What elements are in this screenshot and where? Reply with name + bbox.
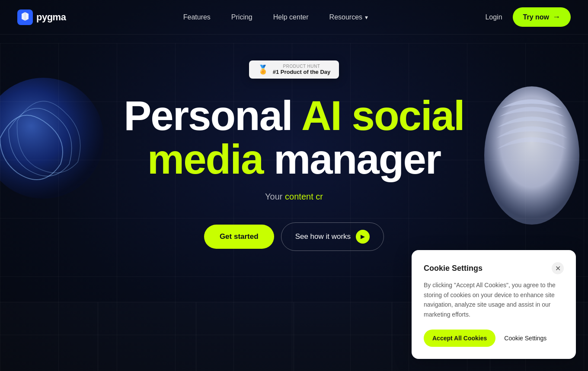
hero-title: Personal AI social media manager — [0, 94, 588, 181]
get-started-button[interactable]: Get started — [204, 225, 274, 249]
logo-icon — [17, 10, 33, 25]
badge-small-text: PRODUCT HUNT — [273, 64, 331, 69]
logo[interactable]: pygma — [17, 10, 66, 25]
navbar: pygma Features Pricing Help center Resou… — [0, 0, 588, 35]
hero-subtitle: Your content cr — [0, 192, 588, 202]
try-now-button[interactable]: Try now → — [513, 7, 571, 27]
medal-icon: 🏅 — [258, 64, 268, 75]
badge-main-text: #1 Product of the Day — [273, 69, 331, 75]
bottom-col-3 — [196, 302, 294, 371]
accept-all-cookies-button[interactable]: Accept All Cookies — [424, 330, 495, 347]
cookie-close-button[interactable]: ✕ — [552, 262, 564, 274]
product-hunt-badge: 🏅 PRODUCT HUNT #1 Product of the Day — [249, 60, 339, 79]
hero-section: 🏅 PRODUCT HUNT #1 Product of the Day Per… — [0, 35, 588, 251]
login-link[interactable]: Login — [485, 13, 502, 21]
nav-right: Login Try now → — [485, 7, 571, 27]
cookie-actions: Accept All Cookies Cookie Settings — [424, 330, 564, 347]
cookie-header: Cookie Settings ✕ — [424, 262, 564, 274]
hero-cta: Get started See how it works ▶ — [0, 222, 588, 251]
nav-features[interactable]: Features — [183, 13, 211, 21]
see-how-button[interactable]: See how it works ▶ — [281, 222, 384, 251]
play-icon: ▶ — [356, 230, 370, 244]
cookie-banner: Cookie Settings ✕ By clicking "Accept Al… — [412, 250, 576, 359]
arrow-right-icon: → — [553, 13, 560, 22]
bottom-col-2 — [98, 302, 196, 371]
nav-pricing[interactable]: Pricing — [231, 13, 252, 21]
chevron-down-icon — [364, 13, 368, 21]
nav-links: Features Pricing Help center Resources — [183, 13, 368, 21]
bottom-col-1 — [0, 302, 98, 371]
nav-help-center[interactable]: Help center — [273, 13, 309, 21]
bottom-col-4 — [294, 302, 392, 371]
logo-text: pygma — [36, 12, 66, 23]
cookie-settings-button[interactable]: Cookie Settings — [501, 330, 550, 347]
cookie-title: Cookie Settings — [424, 264, 483, 273]
cookie-body-text: By clicking "Accept All Cookies", you ag… — [424, 280, 564, 319]
nav-resources[interactable]: Resources — [329, 13, 368, 21]
